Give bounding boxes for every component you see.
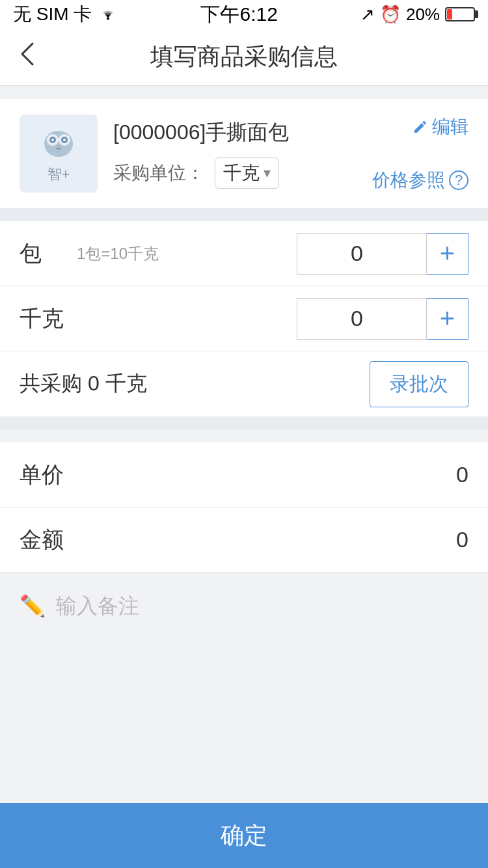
pack-plus-button[interactable]: + xyxy=(427,233,468,275)
input-section: 包 1包=10千克 + 千克 + 共采购 0 千克 录批次 xyxy=(0,221,488,416)
summary-text: 共采购 0 千克 xyxy=(20,370,147,398)
logo-label: 智+ xyxy=(47,165,70,184)
battery-icon xyxy=(445,7,475,21)
location-icon: ↗ xyxy=(360,5,375,25)
pack-input[interactable] xyxy=(297,233,427,275)
kg-label: 千克 xyxy=(20,304,72,334)
status-time: 下午6:12 xyxy=(200,1,277,28)
svg-point-0 xyxy=(107,18,109,20)
unit-value: 千克 xyxy=(223,161,260,185)
svg-point-6 xyxy=(51,139,54,141)
dropdown-arrow-icon: ▾ xyxy=(264,165,271,182)
kg-control: + xyxy=(297,298,468,340)
pack-label: 包 xyxy=(20,239,72,269)
alarm-icon: ⏰ xyxy=(380,5,401,25)
page-title: 填写商品采购信息 xyxy=(150,41,338,73)
bottom-pad xyxy=(0,690,488,755)
notes-placeholder: 输入备注 xyxy=(56,592,139,621)
product-logo: 智+ xyxy=(20,115,98,193)
kg-plus-button[interactable]: + xyxy=(427,298,468,340)
unit-label-text: 采购单位： xyxy=(113,161,204,185)
carrier-label: 无 SIM 卡 xyxy=(13,2,92,27)
kg-input[interactable] xyxy=(297,298,427,340)
unit-price-value: 0 xyxy=(456,462,468,487)
unit-price-label: 单价 xyxy=(20,460,64,490)
notes-section[interactable]: ✏️ 输入备注 xyxy=(0,573,488,690)
summary-row: 共采购 0 千克 录批次 xyxy=(0,351,488,416)
confirm-button[interactable]: 确定 xyxy=(0,803,488,868)
product-card: 智+ [0000006]手撕面包 采购单位： 千克 ▾ 编辑 价格参照 ? xyxy=(0,99,488,208)
amount-label: 金额 xyxy=(20,525,64,555)
amount-row: 金额 0 xyxy=(0,508,488,573)
help-icon: ? xyxy=(449,170,468,190)
status-right: ↗ ⏰ 20% xyxy=(360,5,475,25)
section-divider-2 xyxy=(0,416,488,429)
back-button[interactable] xyxy=(20,41,35,73)
amount-value: 0 xyxy=(456,527,468,552)
svg-point-7 xyxy=(63,139,66,141)
section-divider-1 xyxy=(0,208,488,221)
status-left: 无 SIM 卡 xyxy=(13,2,118,27)
wifi-icon xyxy=(98,4,118,25)
unit-price-row: 单价 0 xyxy=(0,442,488,508)
pencil-icon: ✏️ xyxy=(20,593,46,618)
pack-control: + xyxy=(297,233,468,275)
unit-dropdown[interactable]: 千克 ▾ xyxy=(215,157,279,189)
battery-percent: 20% xyxy=(406,5,440,25)
record-batch-button[interactable]: 录批次 xyxy=(370,361,468,407)
kg-row: 千克 + xyxy=(0,286,488,351)
price-section: 单价 0 金额 0 xyxy=(0,442,488,573)
status-bar: 无 SIM 卡 下午6:12 ↗ ⏰ 20% xyxy=(0,0,488,29)
nav-bar: 填写商品采购信息 xyxy=(0,29,488,86)
edit-button[interactable]: 编辑 xyxy=(413,115,468,139)
pack-sub-label: 1包=10千克 xyxy=(77,243,297,264)
pack-row: 包 1包=10千克 + xyxy=(0,221,488,286)
price-ref-button[interactable]: 价格参照 ? xyxy=(372,168,468,193)
